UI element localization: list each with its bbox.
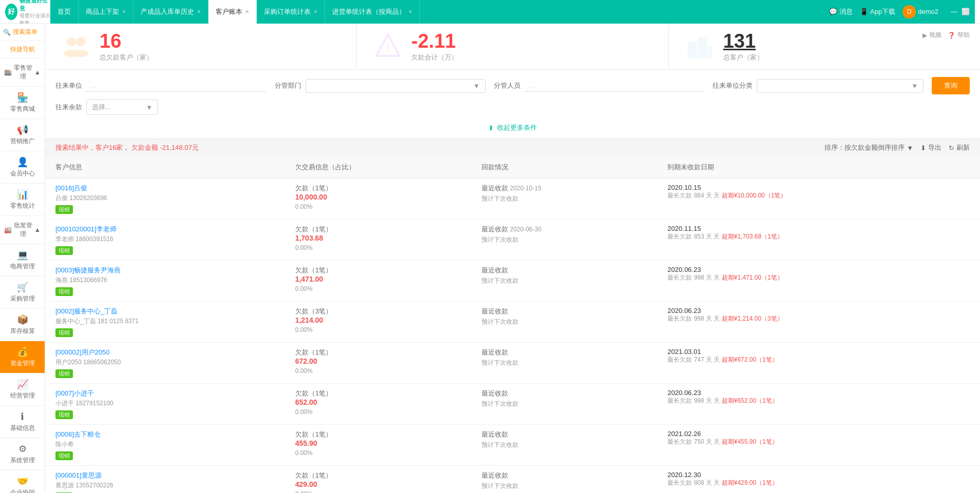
- sidebar-item-label: 电商管理: [10, 262, 35, 271]
- sidebar-search[interactable]: 🔍 搜索菜单: [0, 24, 45, 41]
- tab-close-customer[interactable]: ×: [245, 8, 249, 15]
- client-name-link[interactable]: [0007]小进干: [55, 389, 94, 397]
- sidebar-item-purchase[interactable]: 🛒 采购管理: [0, 277, 45, 309]
- client-tag: 现销: [55, 205, 73, 214]
- filter-select-dept[interactable]: ▼: [305, 79, 486, 93]
- sidebar-item-ecommerce[interactable]: 💻 电商管理: [0, 244, 45, 277]
- sidebar-item-inventory[interactable]: 📦 库存核算: [0, 309, 45, 341]
- sidebar-item-operations[interactable]: 📈 经营管理: [0, 373, 45, 406]
- client-phone: 黄思源 13552700226: [55, 481, 275, 490]
- tab-close-incoming[interactable]: ×: [409, 8, 412, 15]
- next-collect: 预计下次收款: [482, 318, 647, 326]
- query-button[interactable]: 查询: [932, 77, 970, 94]
- stat-label-owe: 欠款合计（万）: [411, 53, 458, 62]
- sidebar-item-retail-mgmt[interactable]: 🏬 零售管理 ▲: [0, 58, 45, 87]
- overdue-link[interactable]: 超期¥1,214.00（3笔）: [722, 315, 783, 322]
- owe-amount: 429.00: [295, 480, 461, 488]
- tab-close-product[interactable]: ×: [197, 8, 201, 15]
- window-controls: — ⬜: [946, 8, 975, 15]
- message-btn[interactable]: 💬 消息: [829, 7, 853, 16]
- sidebar-item-cooperation[interactable]: 🤝 企业协同: [0, 470, 45, 493]
- collection-cell: 最近收款 预计下次收款: [471, 384, 658, 425]
- refresh-btn[interactable]: ↻ 刷新: [949, 143, 970, 152]
- stat-content-owe: -2.11 欠款合计（万）: [411, 31, 458, 62]
- client-name-link[interactable]: [0001020001]李老师: [55, 225, 117, 233]
- client-tag: 现销: [55, 369, 73, 378]
- tab-home[interactable]: 首页: [50, 0, 79, 24]
- client-info-cell: [0003]畅捷服务尹海燕 海燕 18513066976 现销: [45, 261, 285, 302]
- chevron-down-icon-sort: ▼: [907, 144, 913, 152]
- tab-close-purchase[interactable]: ×: [314, 8, 317, 15]
- sidebar-item-wholesale[interactable]: 🏭 批发管理 ▲: [0, 216, 45, 244]
- filter-input-unit[interactable]: ...: [86, 80, 266, 92]
- overdue-link[interactable]: 超期¥652.00（1笔）: [722, 397, 778, 404]
- export-icon: ⬇: [920, 144, 926, 152]
- owe-amount: 652.00: [295, 398, 461, 406]
- sidebar-item-marketing[interactable]: 📢 营销推广: [0, 119, 45, 151]
- customers-icon: [61, 31, 91, 62]
- owe-percent: 0.00%: [295, 408, 461, 416]
- filter-select-balance[interactable]: 选择... ▼: [86, 100, 158, 115]
- collapse-more-btn[interactable]: ⬆ 收起更多条件: [55, 120, 970, 135]
- col-header-collection: 回款情况: [471, 156, 658, 179]
- help-btn[interactable]: ❓ 帮助: [948, 31, 970, 40]
- client-name-link[interactable]: [000002]用户2050: [55, 348, 110, 356]
- tab-goods[interactable]: 商品上下架 ×: [79, 0, 133, 24]
- overdue-link[interactable]: 超期¥1,703.68（1笔）: [722, 233, 783, 240]
- client-name-link[interactable]: [000001]黄思源: [55, 471, 102, 479]
- tab-customer-ledger[interactable]: 客户账本 ×: [208, 0, 257, 24]
- owe-amount: 1,471.00: [295, 275, 461, 283]
- message-icon: 💬: [829, 8, 837, 15]
- ecommerce-icon: 💻: [17, 249, 28, 261]
- next-collect: 预计下次收款: [482, 235, 647, 244]
- video-btn[interactable]: ▶ 视频: [923, 31, 941, 40]
- tab-purchase-stats[interactable]: 采购订单统计表 ×: [257, 0, 325, 24]
- client-name-link[interactable]: [0016]吕俊: [55, 184, 87, 192]
- tab-product-history[interactable]: 产成品入库单历史 ×: [133, 0, 208, 24]
- client-name-link[interactable]: [0003]畅捷服务尹海燕: [55, 266, 121, 274]
- sidebar-item-finance[interactable]: 💰 资金管理: [0, 341, 45, 373]
- overdue-link[interactable]: 超期¥429.00（1笔）: [722, 479, 778, 486]
- sidebar-item-label: 资金管理: [10, 359, 35, 368]
- tab-close-goods[interactable]: ×: [122, 8, 126, 15]
- overdue-link[interactable]: 超期¥672.00（1笔）: [722, 356, 778, 363]
- client-name-link[interactable]: [0002]服务中心_丁磊: [55, 307, 118, 315]
- client-info-cell: [0002]服务中心_丁磊 服务中心_丁磊 181 0125 8371 现销: [45, 302, 285, 343]
- overdue-days: 最长欠款 998 天 天 超期¥1,214.00（3笔）: [667, 314, 970, 323]
- col-header-due: 到期未收款日期: [657, 156, 980, 179]
- sidebar-item-system[interactable]: ⚙ 系统管理: [0, 438, 45, 470]
- info-icon: ℹ: [21, 411, 24, 422]
- overdue-link[interactable]: 超期¥10,000.00（1笔）: [722, 192, 787, 199]
- due-date: 2020.06.23: [667, 389, 970, 397]
- overdue-link[interactable]: 超期¥455.90（1笔）: [722, 438, 778, 445]
- export-btn[interactable]: ⬇ 导出: [920, 143, 941, 152]
- owe-percent: 0.00%: [295, 449, 461, 457]
- minimize-icon[interactable]: —: [951, 8, 957, 15]
- client-name-link[interactable]: [0006]去下粮仓: [55, 430, 101, 438]
- search-result-info: 搜索结果中，客户16家， 欠款金额 -21,148.07元: [55, 143, 199, 152]
- client-info-cell: [0007]小进干 小进干 18279152100 现销: [45, 384, 285, 425]
- logo-text: 畅捷通好生意: [20, 0, 50, 12]
- sidebar-item-basic-info[interactable]: ℹ 基础信息: [0, 406, 45, 438]
- user-avatar[interactable]: D demo2: [902, 5, 938, 18]
- client-info-cell: [0001020001]李老师 李老师 18600391516 现销: [45, 220, 285, 261]
- app-download-btn[interactable]: 📱 App下载: [860, 7, 895, 16]
- collection-cell: 最近收款 预计下次收款: [471, 261, 658, 302]
- sidebar-item-retail-stats[interactable]: 📊 零售统计: [0, 184, 45, 216]
- collection-info: 最近收款 2020-10-15: [482, 184, 647, 193]
- tab-incoming-stats[interactable]: 进货单统计表（按商品） ×: [325, 0, 420, 24]
- filter-select-category[interactable]: ▼: [757, 79, 924, 93]
- maximize-icon[interactable]: ⬜: [962, 8, 970, 15]
- sidebar-item-member[interactable]: 👤 会员中心: [0, 151, 45, 184]
- sort-dropdown[interactable]: 排序：按欠款金额倒序排序 ▼: [824, 143, 913, 152]
- filter-input-person[interactable]: ...: [525, 80, 705, 92]
- next-collect: 预计下次收款: [482, 194, 647, 203]
- filter-field-unit: 往来单位 ...: [55, 80, 266, 92]
- overdue-days: 最长欠款 998 天 天 超期¥652.00（1笔）: [667, 397, 970, 405]
- sidebar-item-retail-mall[interactable]: 🏪 零售商城: [0, 87, 45, 119]
- filter-row-1: 往来单位 ... 分管部门 ▼ 分管人员: [55, 77, 970, 94]
- overdue-link[interactable]: 超期¥1,471.00（1笔）: [722, 274, 783, 281]
- client-phone: 海燕 18513066976: [55, 276, 275, 285]
- overdue-days: 最长欠款 747 天 天 超期¥672.00（1笔）: [667, 356, 970, 364]
- sidebar-item-quick-nav[interactable]: 快捷导航: [0, 41, 45, 58]
